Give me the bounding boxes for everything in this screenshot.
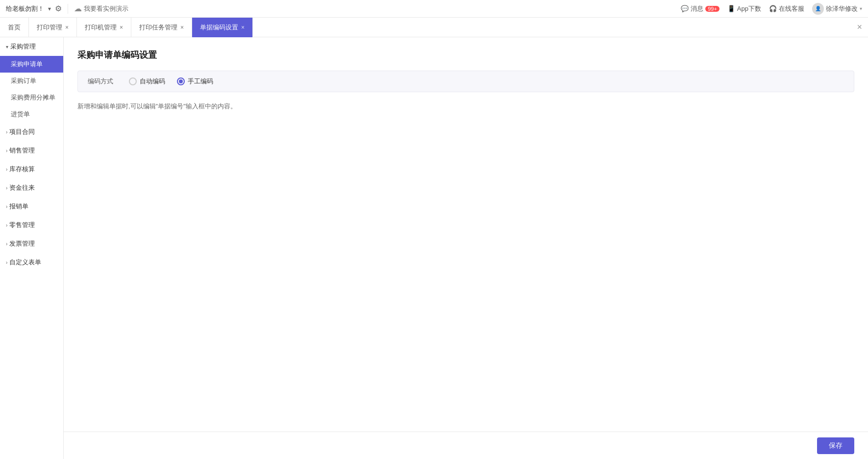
sidebar-group-project-title[interactable]: › 项目合同: [0, 123, 63, 141]
encoding-label: 编码方式: [88, 77, 113, 86]
sidebar-group-custom: › 自定义表单: [0, 253, 63, 272]
tab-printer-manage-label: 打印机管理: [85, 23, 117, 32]
sidebar-group-expense-title[interactable]: › 报销单: [0, 197, 63, 216]
sidebar-group-capital: › 资金往来: [0, 178, 63, 197]
retail-arrow-icon: ›: [6, 223, 7, 228]
purchase-arrow-icon: ▾: [6, 44, 8, 50]
tab-print-manage-label: 打印管理: [37, 23, 62, 32]
page-title: 采购申请单编码设置: [77, 49, 854, 61]
sidebar-item-purchase-order[interactable]: 采购订单: [0, 73, 63, 89]
tab-code-setting[interactable]: 单据编码设置 ×: [192, 18, 253, 37]
tab-code-setting-close[interactable]: ×: [241, 24, 245, 31]
tab-home-label: 首页: [8, 23, 21, 32]
divider: [68, 4, 68, 14]
app-download-button[interactable]: 📱 App下数: [727, 4, 761, 13]
auto-code-radio[interactable]: [129, 77, 137, 85]
project-arrow-icon: ›: [6, 129, 7, 135]
manual-code-radio[interactable]: [177, 77, 185, 85]
user-name: 徐泽华修改: [826, 4, 858, 13]
hint-text: 新增和编辑单据时,可以编辑"单据编号"输入框中的内容。: [77, 102, 854, 111]
top-bar-left: 给老板勿割！ ▾ ⚙ ☁ 我要看实例演示: [6, 4, 128, 14]
demo-text: 我要看实例演示: [84, 4, 128, 13]
tab-print-task[interactable]: 打印任务管理 ×: [131, 18, 192, 37]
tab-printer-manage[interactable]: 打印机管理 ×: [77, 18, 131, 37]
sidebar-group-purchase: ▾ 采购管理 采购申请单 采购订单 采购费用分摊单 进货单: [0, 37, 63, 123]
sidebar-group-retail-title[interactable]: › 零售管理: [0, 216, 63, 234]
sidebar-item-purchase-expense[interactable]: 采购费用分摊单: [0, 89, 63, 106]
footer-bar: 保存: [64, 432, 868, 459]
top-bar: 给老板勿割！ ▾ ⚙ ☁ 我要看实例演示 💬 消息 99+ 📱 App下数 🎧 …: [0, 0, 868, 18]
settings-icon[interactable]: ⚙: [55, 4, 62, 13]
tab-printer-manage-close[interactable]: ×: [120, 24, 123, 31]
online-service-label: 在线客服: [779, 4, 804, 13]
headset-icon: 🎧: [769, 5, 777, 12]
retail-group-label: 零售管理: [9, 221, 35, 230]
capital-arrow-icon: ›: [6, 185, 7, 191]
online-service-button[interactable]: 🎧 在线客服: [769, 4, 804, 13]
title-dropdown-icon[interactable]: ▾: [48, 5, 51, 12]
sidebar-group-sales-title[interactable]: › 销售管理: [0, 141, 63, 160]
sidebar-group-capital-title[interactable]: › 资金往来: [0, 178, 63, 197]
sidebar-item-purchase-request[interactable]: 采购申请单: [0, 56, 63, 73]
sidebar-group-invoice: › 发票管理: [0, 234, 63, 253]
invoice-group-label: 发票管理: [9, 239, 35, 248]
main-layout: ▾ 采购管理 采购申请单 采购订单 采购费用分摊单 进货单 › 项目合同: [0, 37, 868, 459]
project-group-label: 项目合同: [9, 128, 35, 136]
tab-print-manage[interactable]: 打印管理 ×: [29, 18, 77, 37]
manual-code-label: 手工编码: [188, 77, 213, 86]
sidebar: ▾ 采购管理 采购申请单 采购订单 采购费用分摊单 进货单 › 项目合同: [0, 37, 64, 459]
message-icon: 💬: [681, 5, 689, 12]
save-button[interactable]: 保存: [817, 437, 854, 454]
tab-home[interactable]: 首页: [0, 18, 29, 37]
tab-print-manage-close[interactable]: ×: [65, 24, 69, 31]
custom-group-label: 自定义表单: [9, 258, 41, 267]
sidebar-group-custom-title[interactable]: › 自定义表单: [0, 253, 63, 272]
app-icon: 📱: [727, 5, 735, 12]
expense-group-label: 报销单: [9, 202, 28, 211]
sidebar-group-inventory-title[interactable]: › 库存核算: [0, 160, 63, 178]
demo-link[interactable]: ☁ 我要看实例演示: [74, 4, 128, 13]
message-button[interactable]: 💬 消息 99+: [681, 4, 719, 13]
app-download-label: App下数: [737, 4, 761, 13]
sidebar-group-sales: › 销售管理: [0, 141, 63, 160]
avatar: 👤: [812, 3, 824, 15]
sidebar-group-invoice-title[interactable]: › 发票管理: [0, 234, 63, 253]
message-label: 消息: [691, 4, 703, 13]
tab-code-setting-label: 单据编码设置: [200, 23, 238, 32]
sidebar-group-purchase-title[interactable]: ▾ 采购管理: [0, 37, 63, 56]
sidebar-item-purchase-receipt[interactable]: 进货单: [0, 106, 63, 123]
sidebar-group-project: › 项目合同: [0, 123, 63, 141]
user-menu[interactable]: 👤 徐泽华修改 ▾: [812, 3, 862, 15]
purchase-group-label: 采购管理: [10, 42, 36, 51]
auto-code-option[interactable]: 自动编码: [129, 77, 165, 86]
tab-print-task-close[interactable]: ×: [180, 24, 184, 31]
capital-group-label: 资金往来: [9, 183, 35, 192]
invoice-arrow-icon: ›: [6, 241, 7, 247]
sales-arrow-icon: ›: [6, 148, 7, 153]
top-bar-right: 💬 消息 99+ 📱 App下数 🎧 在线客服 👤 徐泽华修改 ▾: [681, 3, 862, 15]
manual-code-option[interactable]: 手工编码: [177, 77, 213, 86]
custom-arrow-icon: ›: [6, 260, 7, 265]
auto-code-label: 自动编码: [140, 77, 165, 86]
tab-bar: 首页 打印管理 × 打印机管理 × 打印任务管理 × 单据编码设置 × ×: [0, 18, 868, 37]
user-dropdown-icon: ▾: [860, 6, 862, 11]
sidebar-group-retail: › 零售管理: [0, 216, 63, 234]
expense-arrow-icon: ›: [6, 204, 7, 209]
tab-print-task-label: 打印任务管理: [139, 23, 177, 32]
app-title: 给老板勿割！: [6, 4, 44, 13]
message-badge: 99+: [705, 6, 719, 12]
encoding-section: 编码方式 自动编码 手工编码: [77, 71, 854, 92]
content-area: 采购申请单编码设置 编码方式 自动编码 手工编码 新增和编辑单据时,可以编辑"单…: [64, 37, 868, 459]
cloud-icon: ☁: [74, 4, 82, 13]
sales-group-label: 销售管理: [9, 146, 35, 155]
sidebar-group-expense: › 报销单: [0, 197, 63, 216]
inventory-group-label: 库存核算: [9, 165, 35, 174]
tab-bar-close-all[interactable]: ×: [851, 22, 868, 32]
sidebar-group-inventory: › 库存核算: [0, 160, 63, 178]
inventory-arrow-icon: ›: [6, 167, 7, 172]
